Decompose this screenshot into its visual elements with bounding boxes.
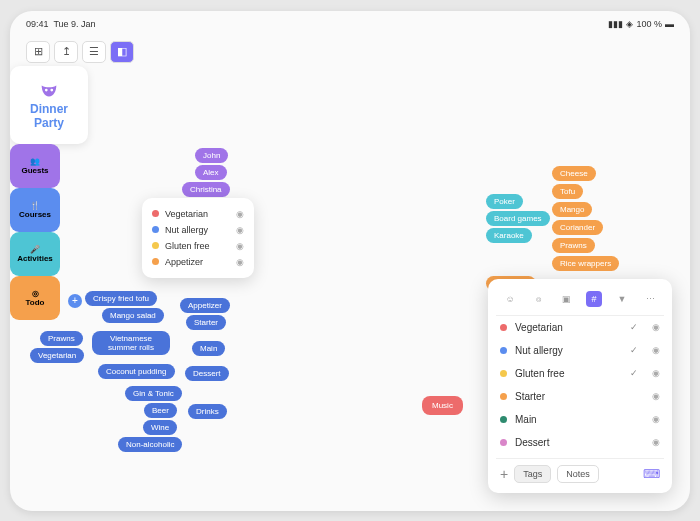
eye-icon[interactable]: ◉ [652, 414, 660, 424]
tab-tags[interactable]: # [586, 291, 602, 307]
svg-point-0 [45, 88, 48, 91]
panel-item[interactable]: Gluten free✓◉ [496, 362, 664, 385]
node-course[interactable]: Appetizer [180, 298, 230, 313]
leaf-node[interactable]: Cheese [552, 166, 596, 181]
tags-panel: ☺ ⌾ ▣ # ▼ ⋯ Vegetarian✓◉ Nut allergy✓◉ G… [488, 279, 672, 493]
leaf-node[interactable]: Gin & Tonic [125, 386, 182, 401]
svg-point-1 [50, 88, 53, 91]
check-icon: ✓ [630, 368, 638, 378]
eye-icon[interactable]: ◉ [652, 322, 660, 332]
mic-icon: 🎤 [30, 245, 40, 254]
leaf-node[interactable]: Coriander [552, 220, 603, 235]
eye-icon[interactable]: ◉ [652, 368, 660, 378]
panel-item[interactable]: Nut allergy✓◉ [496, 339, 664, 362]
keyboard-icon[interactable]: ⌨ [643, 467, 660, 481]
focus-button[interactable]: ◧ [110, 41, 134, 63]
node-course[interactable]: Main [192, 341, 225, 356]
battery-icon: ▬ [665, 19, 674, 29]
leaf-node[interactable]: Vegetarian [30, 348, 84, 363]
mask-icon [36, 80, 62, 102]
outline-button[interactable]: ☰ [82, 41, 106, 63]
branch-courses[interactable]: 🍴 Courses [10, 188, 60, 232]
panel-item[interactable]: Main◉ [496, 408, 664, 431]
tag-tooltip: Vegetarian◉ Nut allergy◉ Gluten free◉ Ap… [142, 198, 254, 278]
status-right: ▮▮▮ ◈ 100 % ▬ [608, 19, 674, 29]
leaf-node[interactable]: Tofu [552, 184, 583, 199]
leaf-node[interactable]: Wine [143, 420, 177, 435]
node-activity[interactable]: Poker [486, 194, 523, 209]
utensils-icon: 🍴 [30, 201, 40, 210]
toolbar: ⊞ ↥ ☰ ◧ [10, 37, 690, 67]
eye-icon[interactable]: ◉ [236, 241, 244, 251]
people-icon: 👥 [30, 157, 40, 166]
eye-icon[interactable]: ◉ [652, 391, 660, 401]
panel-item[interactable]: Vegetarian✓◉ [496, 316, 664, 339]
target-icon: ◎ [32, 289, 39, 298]
leaf-node[interactable]: Mango [552, 202, 592, 217]
node-guest[interactable]: Alex [195, 165, 227, 180]
branch-activities[interactable]: 🎤 Activities [10, 232, 60, 276]
tab-image[interactable]: ▣ [558, 291, 574, 307]
panel-footer: + Tags Notes ⌨ [496, 458, 664, 485]
panel-item[interactable]: Starter◉ [496, 385, 664, 408]
tooltip-item: Vegetarian◉ [150, 206, 246, 222]
center-node[interactable]: DinnerParty [10, 66, 88, 144]
status-bar: 09:41 Tue 9. Jan ▮▮▮ ◈ 100 % ▬ [10, 11, 690, 37]
eye-icon[interactable]: ◉ [652, 437, 660, 447]
tab-more[interactable]: ⋯ [642, 291, 658, 307]
tablet-frame: 09:41 Tue 9. Jan ▮▮▮ ◈ 100 % ▬ ⊞ ↥ ☰ ◧ D… [10, 11, 690, 511]
node-guest[interactable]: Christina [182, 182, 230, 197]
mindmap-canvas[interactable]: DinnerParty 👥 Guests John Alex Christina… [10, 66, 690, 511]
status-left: 09:41 Tue 9. Jan [26, 19, 96, 29]
branch-guests[interactable]: 👥 Guests [10, 144, 60, 188]
node-course[interactable]: Dessert [185, 366, 229, 381]
node-course[interactable]: Drinks [188, 404, 227, 419]
panel-item[interactable]: Dessert◉ [496, 431, 664, 454]
check-icon: ✓ [630, 345, 638, 355]
node-guest[interactable]: John [195, 148, 228, 163]
notes-toggle[interactable]: Notes [557, 465, 599, 483]
branch-todo[interactable]: ◎ Todo [10, 276, 60, 320]
tooltip-item: Nut allergy◉ [150, 222, 246, 238]
eye-icon[interactable]: ◉ [236, 257, 244, 267]
tab-emoji[interactable]: ☺ [502, 291, 518, 307]
eye-icon[interactable]: ◉ [652, 345, 660, 355]
eye-icon[interactable]: ◉ [236, 225, 244, 235]
tooltip-item: Gluten free◉ [150, 238, 246, 254]
tab-filter[interactable]: ▼ [614, 291, 630, 307]
leaf-node[interactable]: Crispy fried tofu [85, 291, 157, 306]
check-icon: ✓ [630, 322, 638, 332]
leaf-node[interactable]: Coconut pudding [98, 364, 175, 379]
node-activity[interactable]: Karaoke [486, 228, 532, 243]
branch-music[interactable]: Music [422, 396, 463, 415]
leaf-node[interactable]: Mango salad [102, 308, 164, 323]
leaf-node[interactable]: Vietnamese summer rolls [92, 331, 170, 355]
tags-toggle[interactable]: Tags [514, 465, 551, 483]
tab-link[interactable]: ⌾ [530, 291, 546, 307]
leaf-node[interactable]: Rice wrappers [552, 256, 619, 271]
tooltip-item: Appetizer◉ [150, 254, 246, 270]
node-course[interactable]: Starter [186, 315, 226, 330]
leaf-node[interactable]: Non-alcoholic [118, 437, 182, 452]
leaf-node[interactable]: Beer [144, 403, 177, 418]
eye-icon[interactable]: ◉ [236, 209, 244, 219]
leaf-node[interactable]: Prawns [40, 331, 83, 346]
grid-view-button[interactable]: ⊞ [26, 41, 50, 63]
add-tag-button[interactable]: + [500, 466, 508, 482]
leaf-node[interactable]: Prawns [552, 238, 595, 253]
node-activity[interactable]: Board games [486, 211, 550, 226]
add-node-button[interactable]: + [68, 294, 82, 308]
share-button[interactable]: ↥ [54, 41, 78, 63]
signal-icon: ▮▮▮ [608, 19, 623, 29]
panel-tabs: ☺ ⌾ ▣ # ▼ ⋯ [496, 287, 664, 316]
wifi-icon: ◈ [626, 19, 633, 29]
